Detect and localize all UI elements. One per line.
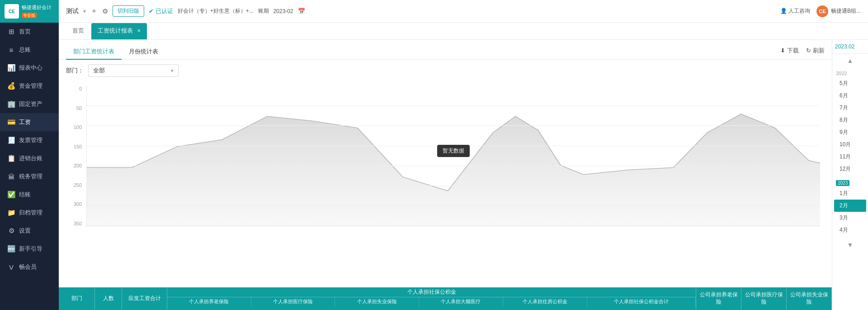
th-company-unemployment: 公司承担失业保险 bbox=[787, 287, 832, 310]
archive-icon: 📁 bbox=[7, 209, 15, 217]
sidebar-item-label: 进销台账 bbox=[19, 154, 42, 162]
dept-select[interactable]: 全部 ▾ bbox=[88, 64, 179, 77]
calendar-icon[interactable]: 📅 bbox=[298, 8, 305, 14]
settle-icon: ✅ bbox=[7, 191, 15, 199]
date-month-2022-5[interactable]: 5月 bbox=[832, 77, 868, 90]
tab-bar: 首页 工资统计报表 × bbox=[59, 23, 868, 40]
sidebar-item-purchase[interactable]: 📋 进销台账 bbox=[0, 149, 59, 167]
tab-close-icon[interactable]: × bbox=[137, 28, 141, 34]
sidebar-item-archive[interactable]: 📁 归档管理 bbox=[0, 204, 59, 222]
date-panel: 2023.02 ▲ 2022 5月 6月 7月 8月 9月 10月 11月 12… bbox=[832, 40, 868, 310]
sidebar-item-label: 首页 bbox=[19, 28, 31, 36]
th-personal-housing-fund: 个人承担住房公积金 bbox=[503, 297, 587, 306]
user-avatar: CE bbox=[816, 5, 828, 17]
th-group-title: 个人承担社保公积金 bbox=[167, 287, 696, 297]
sub-tabs: 部门工资统计表 月份统计表 ⬇ 下载 ↻ 刷新 bbox=[59, 40, 832, 60]
sidebar-item-label: 总账 bbox=[19, 46, 31, 54]
switch-version-button[interactable]: 切到旧版 bbox=[113, 5, 144, 17]
sidebar-item-settings[interactable]: ⚙ 设置 bbox=[0, 222, 59, 240]
grid-line-150 bbox=[87, 166, 820, 166]
y-label-1: 300 bbox=[66, 201, 82, 207]
sidebar-item-funds[interactable]: 💰 资金管理 bbox=[0, 77, 59, 95]
sidebar: CE 畅捷通好会计 专业版 ⊞ 首页 ≡ 总账 📊 报表中心 💰 资金管理 🏢 … bbox=[0, 0, 59, 310]
logo-abbr: CE bbox=[9, 9, 15, 14]
date-current: 2023.02 bbox=[835, 43, 865, 50]
sidebar-item-ledger[interactable]: ≡ 总账 bbox=[0, 41, 59, 59]
date-year-2022: 2022 5月 6月 7月 8月 9月 10月 11月 12月 bbox=[832, 67, 868, 177]
th-personal-unemployment: 个人承担失业保险 bbox=[335, 297, 419, 306]
sidebar-item-label: 固定资产 bbox=[19, 100, 42, 108]
funds-icon: 💰 bbox=[7, 82, 15, 90]
date-month-2022-12[interactable]: 12月 bbox=[832, 163, 868, 175]
main-panel: 部门工资统计表 月份统计表 ⬇ 下载 ↻ 刷新 bbox=[59, 40, 832, 310]
date-nav-up: ▲ bbox=[832, 54, 868, 67]
sidebar-item-label: 结账 bbox=[19, 191, 31, 199]
date-nav-down-button[interactable]: ▼ bbox=[846, 240, 855, 250]
user-menu[interactable]: CE 畅捷通B组... bbox=[816, 5, 861, 17]
th-personal-pension: 个人承担养老保险 bbox=[167, 297, 251, 306]
th-count: 人数 bbox=[95, 287, 122, 310]
date-nav-down: ▼ bbox=[832, 238, 868, 252]
help-button[interactable]: 👤 人工咨询 bbox=[780, 7, 810, 15]
sidebar-item-label: 发票管理 bbox=[19, 136, 42, 144]
date-month-2022-11[interactable]: 11月 bbox=[832, 151, 868, 163]
date-month-2022-6[interactable]: 6月 bbox=[832, 90, 868, 102]
sidebar-item-home[interactable]: ⊞ 首页 bbox=[0, 23, 59, 41]
chart-y-axis: 350 300 250 200 150 100 50 0 bbox=[66, 86, 84, 226]
sub-tab-dept[interactable]: 部门工资统计表 bbox=[66, 44, 122, 60]
sidebar-item-label: 资金管理 bbox=[19, 82, 42, 90]
date-month-2022-8[interactable]: 8月 bbox=[832, 114, 868, 126]
th-personal-total: 个人承担社保公积金合计 bbox=[587, 297, 696, 306]
th-personal-major-medical: 个人承担大额医疗 bbox=[419, 297, 503, 306]
certified-status: ✔ 已认证 bbox=[149, 7, 173, 15]
th-company-medical: 公司承担医疗保险 bbox=[741, 287, 787, 310]
user-label: 畅捷通B组... bbox=[831, 7, 861, 15]
sidebar-item-assets[interactable]: 🏢 固定资产 bbox=[0, 95, 59, 113]
sidebar-item-member[interactable]: V 畅会员 bbox=[0, 258, 59, 276]
home-icon: ⊞ bbox=[7, 28, 15, 36]
y-label-3: 200 bbox=[66, 163, 82, 168]
date-month-2022-10[interactable]: 10月 bbox=[832, 138, 868, 151]
sidebar-item-guide[interactable]: 🆕 新手引导 bbox=[0, 240, 59, 258]
logo-badge: 专业版 bbox=[22, 13, 37, 18]
date-nav-up-button[interactable]: ▲ bbox=[846, 56, 855, 66]
bottom-table-header: 部门 人数 应发工资合计 个人承担社保公积金 个人承担养老保险 个人承担医疗保险… bbox=[59, 287, 832, 310]
download-button[interactable]: ⬇ 下载 bbox=[780, 47, 799, 55]
top-header: 测试 ▾ ＋ ⚙ 切到旧版 ✔ 已认证 好会计（专）+好生意（标）+... 账期… bbox=[59, 0, 868, 23]
ledger-icon: ≡ bbox=[7, 46, 15, 54]
tab-salary-report[interactable]: 工资统计报表 × bbox=[91, 23, 147, 39]
date-month-2023-4[interactable]: 4月 bbox=[832, 224, 868, 236]
date-month-2023-2[interactable]: 2月 bbox=[834, 200, 866, 212]
period-label: 账期 bbox=[258, 7, 269, 15]
tab-home[interactable]: 首页 bbox=[66, 23, 90, 39]
sub-tab-monthly[interactable]: 月份统计表 bbox=[122, 44, 165, 60]
settings-button[interactable]: ⚙ bbox=[102, 7, 108, 15]
date-month-2022-7[interactable]: 7月 bbox=[832, 102, 868, 114]
member-icon: V bbox=[7, 263, 15, 271]
sidebar-item-tax[interactable]: 🏛 税务管理 bbox=[0, 167, 59, 186]
header-right: 👤 人工咨询 CE 畅捷通B组... bbox=[780, 5, 861, 17]
purchase-icon: 📋 bbox=[7, 154, 15, 162]
date-month-2023-3[interactable]: 3月 bbox=[832, 212, 868, 224]
assets-icon: 🏢 bbox=[7, 100, 15, 108]
sidebar-item-label: 新手引导 bbox=[19, 245, 42, 253]
sidebar-item-reports[interactable]: 📊 报表中心 bbox=[0, 59, 59, 77]
download-icon: ⬇ bbox=[780, 47, 785, 54]
dept-select-arrow-icon: ▾ bbox=[171, 68, 174, 74]
tax-icon: 🏛 bbox=[7, 173, 15, 181]
date-month-2022-9[interactable]: 9月 bbox=[832, 126, 868, 138]
grid-line-100 bbox=[87, 186, 820, 186]
date-month-2023-1[interactable]: 1月 bbox=[832, 187, 868, 200]
sidebar-item-settle[interactable]: ✅ 结账 bbox=[0, 186, 59, 204]
dept-label: 部门： bbox=[66, 67, 84, 75]
sidebar-item-invoice[interactable]: 🧾 发票管理 bbox=[0, 131, 59, 149]
grid-line-0 bbox=[87, 225, 820, 226]
chart-area: 350 300 250 200 150 100 50 0 bbox=[59, 81, 832, 287]
y-label-7: 0 bbox=[66, 86, 82, 91]
add-button[interactable]: ＋ bbox=[90, 6, 98, 16]
date-year-badge: 2023 bbox=[836, 180, 849, 186]
reports-icon: 📊 bbox=[7, 64, 15, 72]
refresh-button[interactable]: ↻ 刷新 bbox=[806, 47, 825, 55]
dropdown-arrow-icon[interactable]: ▾ bbox=[83, 8, 86, 14]
sidebar-item-salary[interactable]: 💳 工资 bbox=[0, 113, 59, 131]
